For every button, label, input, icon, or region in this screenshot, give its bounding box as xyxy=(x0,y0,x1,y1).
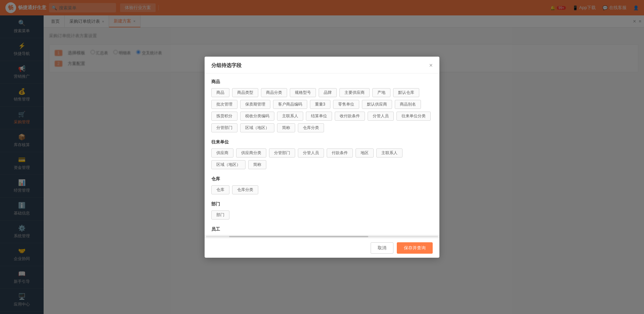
confirm-button[interactable]: 保存并查询 xyxy=(397,242,433,254)
field-tag[interactable]: 区域（地区） xyxy=(211,160,246,169)
section-warehouse-title: 仓库 xyxy=(211,176,433,182)
field-tag[interactable]: 商品 xyxy=(211,88,229,97)
field-tag[interactable]: 仓库分类 xyxy=(232,185,258,194)
section-department-title: 部门 xyxy=(211,201,433,207)
section-warehouse-fields: 仓库 仓库分类 xyxy=(211,185,433,194)
dialog-header: 分组待选字段 × xyxy=(205,57,439,73)
field-tag[interactable]: 税收分类编码 xyxy=(240,112,274,121)
section-product-fields: 商品 商品类型 商品分类 规格型号 品牌 主要供应商 产地 默认仓库 批次管理 … xyxy=(211,88,433,132)
field-tag[interactable]: 分管人员 xyxy=(368,112,394,121)
field-tag[interactable]: 收付款条件 xyxy=(335,112,365,121)
field-tag[interactable]: 简称 xyxy=(248,160,266,169)
field-tag[interactable]: 零售单位 xyxy=(333,100,359,109)
field-tag[interactable]: 默认仓库 xyxy=(393,88,419,97)
field-tag[interactable]: 供应商分类 xyxy=(236,148,266,158)
section-partner-title: 往来单位 xyxy=(211,139,433,145)
field-tag[interactable]: 拣货积分 xyxy=(211,112,237,121)
field-tag[interactable]: 往来单位分类 xyxy=(396,112,431,121)
field-tag[interactable]: 付款条件 xyxy=(327,148,353,158)
section-partner-fields: 供应商 供应商分类 分管部门 分管人员 付款条件 地区 主联系人 区域（地区） … xyxy=(211,148,433,169)
section-employee-title: 员工 xyxy=(211,226,433,232)
field-tag[interactable]: 主联系人 xyxy=(277,112,303,121)
section-warehouse: 仓库 仓库 仓库分类 xyxy=(211,176,433,194)
dialog-title: 分组待选字段 xyxy=(211,62,241,69)
section-product-title: 商品 xyxy=(211,79,433,85)
field-tag[interactable]: 分管部门 xyxy=(269,148,295,158)
section-department: 部门 部门 xyxy=(211,201,433,219)
field-tag[interactable]: 分管人员 xyxy=(298,148,324,158)
field-tag[interactable]: 结算单位 xyxy=(306,112,332,121)
field-tag[interactable]: 保质期管理 xyxy=(240,100,270,109)
field-tag[interactable]: 商品类型 xyxy=(232,88,258,97)
section-employee: 员工 业务员 xyxy=(211,226,433,235)
field-tag[interactable]: 规格型号 xyxy=(290,88,316,97)
section-product: 商品 商品 商品类型 商品分类 规格型号 品牌 主要供应商 产地 默认仓库 批次… xyxy=(211,79,433,132)
field-tag[interactable]: 批次管理 xyxy=(211,100,237,109)
field-tag[interactable]: 仓库分类 xyxy=(298,123,324,132)
cancel-button[interactable]: 取消 xyxy=(371,242,393,254)
field-tag[interactable]: 区域（地区） xyxy=(240,123,274,132)
field-tag[interactable]: 主联系人 xyxy=(376,148,402,158)
field-tag[interactable]: 产地 xyxy=(372,88,390,97)
field-tag[interactable]: 供应商 xyxy=(211,148,233,158)
field-tag[interactable]: 仓库 xyxy=(211,185,229,194)
dialog-body: 商品 商品 商品类型 商品分类 规格型号 品牌 主要供应商 产地 默认仓库 批次… xyxy=(205,73,439,235)
field-tag[interactable]: 默认供应商 xyxy=(362,100,392,109)
field-tag[interactable]: 商品别名 xyxy=(395,100,421,109)
field-tag[interactable]: 重量3 xyxy=(310,100,330,109)
field-tag[interactable]: 地区 xyxy=(356,148,374,158)
field-tag[interactable]: 客户商品编码 xyxy=(273,100,307,109)
field-tag[interactable]: 商品分类 xyxy=(261,88,287,97)
field-tag[interactable]: 分管部门 xyxy=(211,123,237,132)
section-partner: 往来单位 供应商 供应商分类 分管部门 分管人员 付款条件 地区 主联系人 区域… xyxy=(211,139,433,169)
field-tag[interactable]: 主要供应商 xyxy=(339,88,370,97)
dialog: 分组待选字段 × 商品 商品 商品类型 商品分类 规格型号 品牌 主要供应商 产… xyxy=(205,57,439,258)
dialog-scrollbar-area xyxy=(205,235,439,238)
field-tag[interactable]: 品牌 xyxy=(319,88,337,97)
field-tag[interactable]: 简称 xyxy=(277,123,295,132)
dialog-overlay: 分组待选字段 × 商品 商品 商品类型 商品分类 规格型号 品牌 主要供应商 产… xyxy=(0,0,644,314)
dialog-close-button[interactable]: × xyxy=(429,62,433,69)
field-tag[interactable]: 部门 xyxy=(211,210,229,219)
section-department-fields: 部门 xyxy=(211,210,433,219)
dialog-footer: 取消 保存并查询 xyxy=(205,238,439,258)
